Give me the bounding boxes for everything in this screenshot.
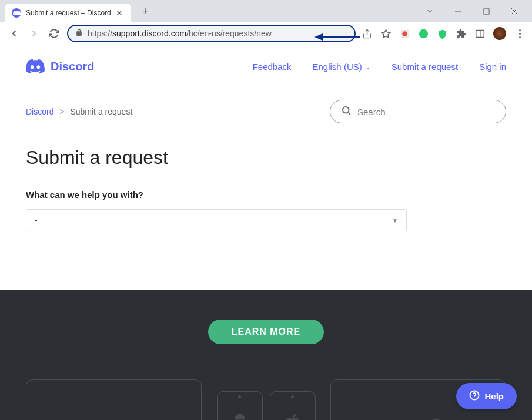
dropdown-value: - bbox=[35, 216, 38, 225]
platforms-row bbox=[26, 379, 506, 420]
platform-browsers bbox=[26, 379, 202, 420]
page-title: Submit a request bbox=[26, 147, 506, 169]
svg-rect-10 bbox=[476, 30, 484, 37]
search-input[interactable] bbox=[357, 107, 495, 117]
share-icon[interactable] bbox=[362, 28, 372, 39]
lock-icon bbox=[75, 28, 83, 39]
discord-favicon bbox=[12, 8, 21, 18]
help-topic-dropdown[interactable]: - ▼ bbox=[26, 209, 407, 231]
menu-icon[interactable] bbox=[514, 28, 525, 39]
site-header: Discord Feedback English (US) ⌄ Submit a… bbox=[0, 45, 532, 88]
chevron-down-icon: ▼ bbox=[392, 217, 398, 224]
tab-title: Submit a request – Discord bbox=[26, 9, 111, 17]
title-bar: Submit a request – Discord ✕ + bbox=[0, 0, 532, 22]
footer-section: LEARN MORE bbox=[0, 290, 532, 420]
url-text: https://support.discord.com/hc/en-us/req… bbox=[88, 29, 347, 38]
svg-line-15 bbox=[348, 112, 350, 114]
breadcrumb-current: Submit a request bbox=[70, 107, 132, 116]
content-area: Discord > Submit a request Submit a requ… bbox=[0, 88, 532, 255]
language-label: English (US) bbox=[313, 62, 362, 72]
maximize-button[interactable] bbox=[478, 3, 494, 19]
breadcrumb-root[interactable]: Discord bbox=[26, 107, 53, 116]
breadcrumb: Discord > Submit a request bbox=[26, 107, 132, 116]
breadcrumb-separator: > bbox=[59, 107, 64, 116]
window-controls bbox=[421, 3, 527, 19]
phone-frame-apple bbox=[270, 391, 316, 420]
apple-icon bbox=[283, 412, 303, 421]
nav-language[interactable]: English (US) ⌄ bbox=[313, 62, 370, 72]
android-icon bbox=[230, 412, 250, 421]
svg-marker-6 bbox=[382, 29, 390, 37]
extension-red-icon[interactable] bbox=[399, 28, 410, 39]
main-nav: Feedback English (US) ⌄ Submit a request… bbox=[253, 62, 506, 72]
toolbar-icons bbox=[362, 27, 525, 40]
svg-point-14 bbox=[343, 107, 349, 113]
help-label: Help bbox=[484, 391, 504, 401]
learn-more-button[interactable]: LEARN MORE bbox=[208, 320, 324, 344]
address-bar[interactable]: https://support.discord.com/hc/en-us/req… bbox=[67, 25, 356, 42]
close-icon[interactable]: ✕ bbox=[115, 8, 124, 18]
chevron-down-icon: ⌄ bbox=[366, 63, 370, 70]
form-label: What can we help you with? bbox=[26, 190, 506, 200]
panel-icon[interactable] bbox=[474, 28, 485, 39]
help-icon bbox=[469, 390, 480, 402]
nav-submit-request[interactable]: Submit a request bbox=[392, 62, 458, 72]
browser-tab[interactable]: Submit a request – Discord ✕ bbox=[5, 4, 131, 22]
nav-feedback[interactable]: Feedback bbox=[253, 62, 292, 72]
svg-rect-2 bbox=[483, 8, 488, 14]
search-icon bbox=[341, 105, 352, 118]
close-window-button[interactable] bbox=[506, 3, 523, 19]
platform-mobile bbox=[213, 379, 318, 420]
shield-icon[interactable] bbox=[437, 28, 447, 39]
browser-chrome: Submit a request – Discord ✕ + https://s… bbox=[0, 0, 532, 45]
profile-avatar[interactable] bbox=[493, 27, 506, 40]
discord-logo-icon bbox=[26, 57, 45, 76]
discord-logo[interactable]: Discord bbox=[26, 57, 94, 76]
svg-point-8 bbox=[402, 31, 407, 36]
reload-button[interactable] bbox=[47, 26, 61, 41]
forward-button[interactable] bbox=[27, 26, 41, 41]
extension-green-icon[interactable] bbox=[418, 28, 429, 39]
search-box[interactable] bbox=[330, 100, 506, 123]
star-icon[interactable] bbox=[380, 28, 391, 39]
top-row: Discord > Submit a request bbox=[26, 100, 506, 123]
svg-point-9 bbox=[419, 29, 427, 38]
minimize-button[interactable] bbox=[450, 3, 466, 19]
help-widget[interactable]: Help bbox=[456, 383, 517, 409]
new-tab-button[interactable]: + bbox=[138, 3, 154, 20]
browser-toolbar: https://support.discord.com/hc/en-us/req… bbox=[0, 22, 532, 45]
nav-signin[interactable]: Sign in bbox=[479, 62, 506, 72]
logo-text: Discord bbox=[51, 60, 94, 73]
chevron-down-icon[interactable] bbox=[421, 3, 438, 19]
extensions-icon[interactable] bbox=[456, 28, 466, 39]
back-button[interactable] bbox=[7, 26, 21, 41]
phone-frame-android bbox=[217, 391, 263, 420]
page-viewport[interactable]: Discord Feedback English (US) ⌄ Submit a… bbox=[0, 45, 532, 420]
